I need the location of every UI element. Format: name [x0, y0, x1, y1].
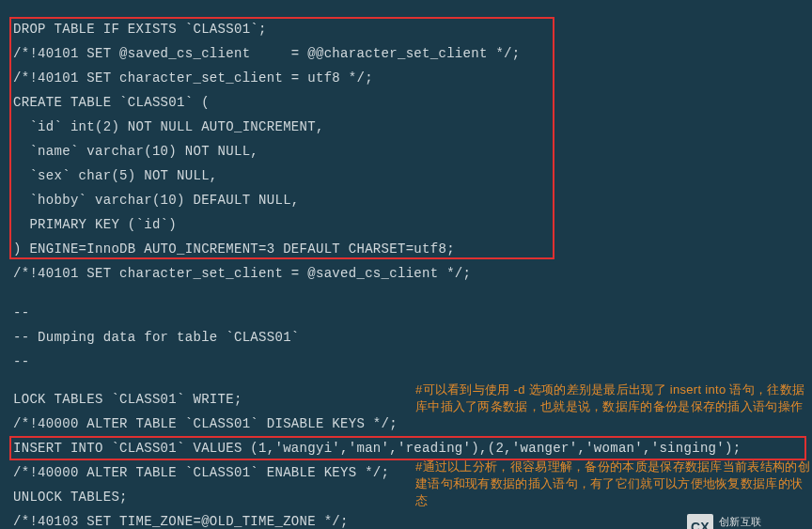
sql-line: `sex` char(5) NOT NULL, [13, 165, 218, 186]
logo-icon: CX [687, 514, 713, 529]
sql-line: `id` int(2) NOT NULL AUTO_INCREMENT, [13, 117, 324, 137]
sql-line: UNLOCK TABLES; [13, 487, 128, 507]
sql-line: /*!40101 SET @saved_cs_client = @@charac… [13, 43, 520, 64]
sql-line: LOCK TABLES `CLASS01` WRITE; [13, 389, 242, 410]
logo-name: 创新互联 [719, 516, 806, 527]
sql-line: DROP TABLE IF EXISTS `CLASS01`; [13, 19, 267, 39]
annotation-backup-essence: #通过以上分析，很容易理解，备份的本质是保存数据库当前表结构的创建语句和现有数据… [415, 459, 810, 509]
sql-line: -- [13, 351, 29, 372]
sql-line: -- [13, 303, 29, 323]
sql-line: PRIMARY KEY (`id`) [13, 214, 177, 235]
sql-line: ) ENGINE=InnoDB AUTO_INCREMENT=3 DEFAULT… [13, 239, 455, 259]
sql-line: /*!40000 ALTER TABLE `CLASS01` ENABLE KE… [13, 462, 389, 483]
sql-line: /*!40000 ALTER TABLE `CLASS01` DISABLE K… [13, 413, 398, 434]
sql-line: INSERT INTO `CLASS01` VALUES (1,'wangyi'… [13, 438, 741, 459]
sql-line: CREATE TABLE `CLASS01` ( [13, 92, 210, 113]
sql-line: `hobby` varchar(10) DEFAULT NULL, [13, 190, 300, 210]
watermark-logo: CX 创新互联 CHUANG XIN HU LIAN [687, 514, 806, 529]
sql-line: /*!40101 SET character_set_client = utf8… [13, 68, 373, 88]
sql-line: /*!40101 SET character_set_client = @sav… [13, 263, 471, 284]
sql-line: /*!40103 SET TIME_ZONE=@OLD_TIME_ZONE */… [13, 511, 349, 529]
sql-line: `name` varchar(10) NOT NULL, [13, 141, 258, 162]
annotation-insert-explanation: #可以看到与使用 -d 选项的差别是最后出现了 insert into 语句，往… [415, 381, 810, 415]
sql-line: -- Dumping data for table `CLASS01` [13, 327, 300, 348]
